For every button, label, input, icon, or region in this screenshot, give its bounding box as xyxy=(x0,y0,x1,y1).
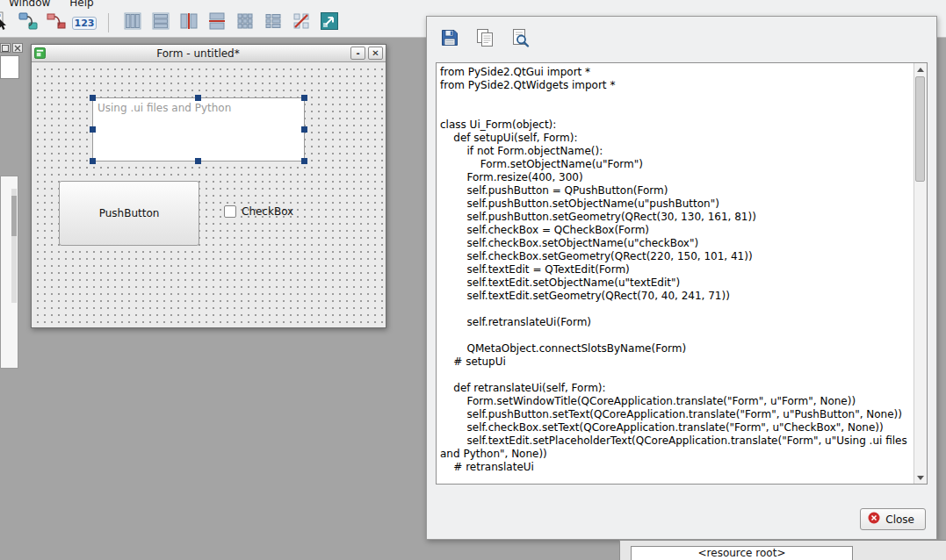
toolbar-separator xyxy=(108,13,109,32)
code-scrollbar-thumb[interactable] xyxy=(915,76,925,182)
form-window-title: Form - untitled* xyxy=(48,47,348,60)
textedit-placeholder: Using .ui files and Python xyxy=(97,102,231,114)
edit-buddies-button[interactable] xyxy=(45,11,68,34)
splitter-horizontal-icon xyxy=(179,11,199,34)
form-window: Form - untitled* - ✕ Using .ui files and… xyxy=(31,44,386,328)
dock-close-button[interactable] xyxy=(12,43,23,53)
scroll-up-arrow-icon[interactable] xyxy=(914,63,927,75)
adjust-size-button[interactable] xyxy=(318,11,341,34)
selection-handle-s[interactable] xyxy=(195,158,201,164)
qt-designer-screen: Window Help 123 xyxy=(0,0,946,560)
dock-float-button[interactable] xyxy=(0,43,11,53)
selection-handle-se[interactable] xyxy=(301,158,307,164)
lay-out-vertically-in-splitter-button[interactable] xyxy=(206,11,228,34)
textedit-widget[interactable]: Using .ui files and Python xyxy=(92,97,305,162)
edit-widgets-icon xyxy=(0,11,10,34)
edit-widgets-button[interactable] xyxy=(0,11,11,34)
pushbutton-widget[interactable]: PushButton xyxy=(59,181,199,246)
lay-out-in-grid-button[interactable] xyxy=(234,11,256,34)
copy-button[interactable] xyxy=(473,27,497,52)
selection-handle-w[interactable] xyxy=(90,126,96,133)
selection-handle-sw[interactable] xyxy=(90,158,96,164)
form-window-titlebar[interactable]: Form - untitled* - ✕ xyxy=(32,45,386,62)
form-layout-icon xyxy=(264,11,283,34)
code-scrollbar[interactable] xyxy=(914,63,927,484)
break-layout-icon xyxy=(292,11,311,34)
menu-window[interactable]: Window xyxy=(9,0,50,9)
close-circle-icon xyxy=(868,512,880,527)
widget-box-scrollbar-thumb[interactable] xyxy=(11,196,17,236)
resource-browser-panel: <resource root> xyxy=(619,540,946,560)
selection-handle-ne[interactable] xyxy=(301,95,307,101)
close-button[interactable]: Close xyxy=(860,508,926,530)
break-layout-button[interactable] xyxy=(290,11,313,34)
menubar: Window Help xyxy=(0,0,946,9)
grid-layout-icon xyxy=(235,11,255,34)
layout-horizontal-icon xyxy=(123,11,142,34)
find-icon xyxy=(509,27,531,52)
edit-buddies-icon xyxy=(47,11,66,34)
save-button[interactable] xyxy=(437,27,462,52)
selection-handle-e[interactable] xyxy=(301,126,307,133)
minimize-button[interactable]: - xyxy=(350,47,365,60)
adjust-size-icon xyxy=(320,11,339,34)
lay-out-vertically-button[interactable] xyxy=(149,11,172,34)
edit-tab-order-button[interactable]: 123 xyxy=(73,11,96,34)
form-canvas[interactable]: Using .ui files and Python PushButton Ch… xyxy=(32,63,386,327)
float-icon xyxy=(2,45,9,52)
selection-handle-n[interactable] xyxy=(195,95,201,101)
code-dialog-toolbar xyxy=(437,27,532,52)
selection-handle-nw[interactable] xyxy=(90,95,96,101)
code-view[interactable]: from PySide2.QtGui import * from PySide2… xyxy=(436,62,928,485)
edit-tab-order-icon: 123 xyxy=(72,17,97,30)
form-window-icon xyxy=(34,47,46,59)
save-icon xyxy=(439,27,460,52)
layout-vertical-icon xyxy=(151,11,170,34)
find-button[interactable] xyxy=(508,27,532,52)
checkbox-widget[interactable]: CheckBox xyxy=(224,205,293,218)
resource-root-item[interactable]: <resource root> xyxy=(631,546,853,560)
lay-out-horizontally-in-splitter-button[interactable] xyxy=(177,11,200,34)
close-window-button[interactable]: ✕ xyxy=(368,47,383,60)
lay-out-horizontally-button[interactable] xyxy=(121,11,144,34)
splitter-vertical-icon xyxy=(207,11,227,34)
close-x-icon xyxy=(14,45,21,52)
edit-signals-slots-icon xyxy=(18,11,38,34)
checkbox-box[interactable] xyxy=(224,205,236,218)
menu-help[interactable]: Help xyxy=(69,0,93,9)
widget-box-scrollbar[interactable] xyxy=(11,189,17,303)
scroll-down-arrow-icon[interactable] xyxy=(914,471,927,484)
widget-box-filter-edge[interactable] xyxy=(0,55,19,79)
generated-python-code[interactable]: from PySide2.QtGui import * from PySide2… xyxy=(437,63,927,477)
copy-icon xyxy=(474,27,495,52)
edit-signals-slots-button[interactable] xyxy=(17,11,40,34)
close-button-label: Close xyxy=(885,513,914,526)
widget-box-panel-edge xyxy=(0,176,18,369)
lay-out-in-form-layout-button[interactable] xyxy=(262,11,285,34)
code-preview-dialog: from PySide2.QtGui import * from PySide2… xyxy=(426,16,937,540)
checkbox-label: CheckBox xyxy=(242,205,293,218)
